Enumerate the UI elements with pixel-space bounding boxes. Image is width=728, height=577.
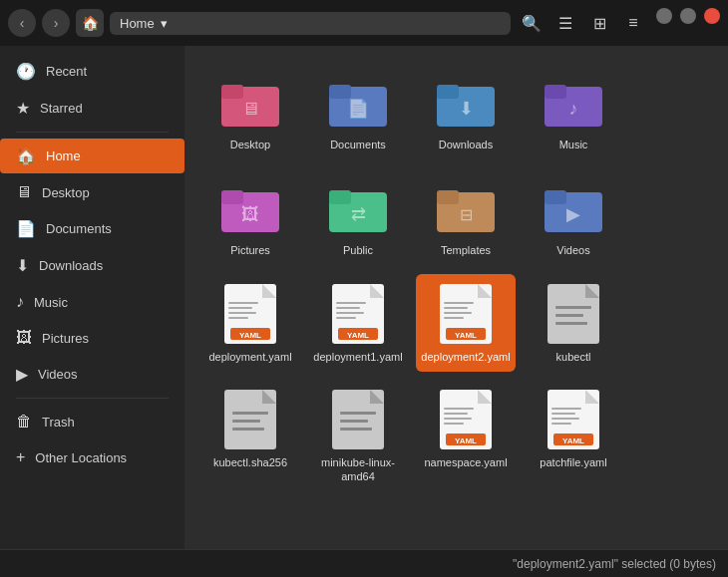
downloads-icon: ⬇ — [16, 256, 29, 275]
statusbar: "deployment2.yaml" selected (0 bytes) — [0, 549, 728, 577]
file-item-documents[interactable]: 📄 Documents — [308, 62, 408, 159]
recent-icon: 🕐 — [16, 62, 36, 81]
sidebar-item-desktop[interactable]: 🖥 Desktop — [0, 175, 184, 209]
maximize-button[interactable] — [680, 8, 696, 24]
svg-rect-74 — [551, 413, 575, 415]
kubectl-sha256-svg — [224, 390, 276, 449]
view-list-button[interactable]: ☰ — [550, 8, 580, 38]
svg-rect-43 — [444, 307, 468, 309]
svg-rect-51 — [555, 314, 583, 317]
patchfile-yaml-icon-wrap: YAML — [542, 388, 605, 451]
svg-rect-55 — [232, 412, 268, 415]
file-item-desktop[interactable]: 🖥 Desktop — [200, 62, 300, 159]
documents-folder-icon-wrap: 📄 — [326, 70, 390, 134]
sidebar-label-videos: Videos — [38, 367, 78, 382]
file-item-namespace-yaml[interactable]: YAML namespace.yaml — [416, 380, 516, 492]
namespace-yaml-icon-wrap: YAML — [434, 388, 498, 451]
minikube-icon-wrap — [326, 388, 390, 451]
menu-button[interactable]: ≡ — [618, 8, 648, 38]
minikube-svg — [332, 390, 384, 449]
sidebar-label-other-locations: Other Locations — [35, 450, 127, 465]
patchfile-yaml-svg: YAML — [547, 390, 599, 449]
file-item-deployment-yaml[interactable]: YAML deployment.yaml — [200, 274, 300, 372]
file-item-templates[interactable]: ⊟ Templates — [416, 167, 516, 265]
svg-rect-10 — [545, 85, 566, 99]
file-item-videos[interactable]: ▶ Videos — [524, 167, 623, 265]
deployment2-yaml-svg: YAML — [440, 284, 492, 344]
minimize-button[interactable] — [656, 8, 672, 24]
sidebar-item-other-locations[interactable]: + Other Locations — [0, 440, 184, 474]
sidebar-item-videos[interactable]: ▶ Videos — [0, 357, 184, 392]
file-item-music[interactable]: ♪ Music — [524, 62, 623, 159]
sidebar-label-downloads: Downloads — [39, 258, 103, 273]
sidebar-item-documents[interactable]: 📄 Documents — [0, 211, 184, 246]
kubectl-sha256-icon-wrap — [218, 388, 282, 451]
deployment1-yaml-svg: YAML — [332, 284, 384, 344]
deployment2-yaml-label: deployment2.yaml — [421, 350, 510, 364]
sidebar-item-downloads[interactable]: ⬇ Downloads — [0, 248, 184, 283]
svg-rect-28 — [228, 312, 256, 314]
search-button[interactable]: 🔍 — [517, 8, 546, 38]
music-folder-icon-wrap: ♪ — [542, 70, 605, 134]
sidebar-item-starred[interactable]: ★ Starred — [0, 91, 184, 126]
kubectl-label: kubectl — [556, 350, 591, 364]
svg-rect-7 — [437, 85, 459, 99]
svg-text:📄: 📄 — [347, 98, 370, 120]
pictures-folder-svg: 🖼 — [221, 182, 279, 232]
svg-text:YAML: YAML — [347, 331, 369, 340]
kubectl-icon-wrap — [542, 282, 605, 346]
public-folder-svg: ⇄ — [329, 182, 387, 232]
svg-rect-60 — [340, 412, 376, 415]
file-item-kubectl[interactable]: kubectl — [524, 274, 623, 372]
svg-rect-26 — [228, 302, 258, 304]
back-button[interactable]: ‹ — [8, 9, 36, 37]
file-item-pictures[interactable]: 🖼 Pictures — [200, 167, 300, 265]
file-item-patchfile-yaml[interactable]: YAML patchfile.yaml — [524, 380, 623, 492]
file-item-deployment2-yaml[interactable]: YAML deployment2.yaml — [416, 274, 516, 372]
svg-rect-22 — [545, 190, 566, 204]
videos-icon: ▶ — [16, 365, 28, 384]
sidebar-label-music: Music — [34, 295, 68, 310]
file-item-public[interactable]: ⇄ Public — [308, 167, 408, 265]
templates-label: Templates — [441, 243, 491, 257]
desktop-label: Desktop — [230, 138, 270, 151]
deployment-yaml-icon-wrap: YAML — [218, 282, 282, 346]
file-item-deployment1-yaml[interactable]: YAML deployment1.yaml — [308, 274, 408, 372]
downloads-folder-svg: ⬇ — [437, 77, 495, 127]
music-label: Music — [559, 138, 588, 151]
sidebar-item-trash[interactable]: 🗑 Trash — [0, 405, 184, 438]
svg-text:🖥: 🖥 — [241, 99, 259, 119]
svg-rect-44 — [444, 312, 472, 314]
sidebar-item-pictures[interactable]: 🖼 Pictures — [0, 321, 184, 355]
forward-button[interactable]: › — [42, 9, 70, 37]
view-grid-button[interactable]: ⊞ — [584, 8, 614, 38]
location-bar[interactable]: Home ▾ — [110, 12, 511, 35]
file-item-kubectl-sha256[interactable]: kubectl.sha256 — [200, 380, 300, 492]
documents-folder-svg: 📄 — [329, 77, 387, 127]
music-icon: ♪ — [16, 293, 24, 311]
svg-text:⊟: ⊟ — [460, 206, 473, 223]
svg-rect-27 — [228, 307, 252, 309]
deployment-yaml-svg: YAML — [224, 284, 276, 344]
sidebar-item-music[interactable]: ♪ Music — [0, 285, 184, 319]
videos-folder-svg: ▶ — [545, 182, 602, 232]
documents-icon: 📄 — [16, 219, 36, 238]
sidebar-item-recent[interactable]: 🕐 Recent — [0, 54, 184, 89]
svg-rect-29 — [228, 317, 248, 319]
svg-rect-45 — [444, 317, 464, 319]
home-icon-button[interactable]: 🏠 — [76, 9, 104, 37]
sidebar-item-home[interactable]: 🏠 Home — [0, 139, 184, 173]
deployment2-yaml-icon-wrap: YAML — [434, 282, 498, 346]
downloads-folder-icon-wrap: ⬇ — [434, 70, 498, 134]
starred-icon: ★ — [16, 99, 30, 118]
statusbar-text: "deployment2.yaml" selected (0 bytes) — [513, 557, 716, 571]
file-item-downloads[interactable]: ⬇ Downloads — [416, 62, 516, 159]
svg-rect-67 — [444, 418, 472, 420]
svg-rect-35 — [336, 307, 360, 309]
sidebar-label-trash: Trash — [42, 415, 75, 430]
svg-text:⇄: ⇄ — [351, 204, 366, 224]
close-button[interactable] — [704, 8, 720, 24]
file-item-minikube[interactable]: minikube-linux-amd64 — [308, 380, 408, 492]
downloads-label: Downloads — [439, 138, 493, 151]
svg-text:⬇: ⬇ — [459, 99, 474, 119]
